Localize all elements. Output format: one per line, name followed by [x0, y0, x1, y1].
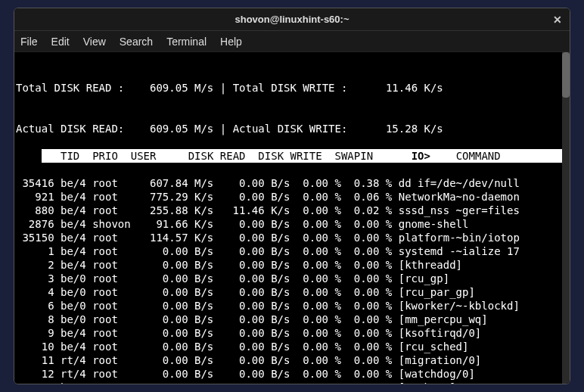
table-row: 9 be/4 root 0.00 B/s 0.00 B/s 0.00 % 0.0… [16, 326, 568, 340]
table-row: 8 be/0 root 0.00 B/s 0.00 B/s 0.00 % 0.0… [16, 313, 568, 326]
table-row: 11 rt/4 root 0.00 B/s 0.00 B/s 0.00 % 0.… [16, 353, 568, 367]
table-row: 880 be/4 root 255.88 K/s 11.46 K/s 0.00 … [16, 204, 568, 217]
table-row: 35416 be/4 root 607.84 M/s 0.00 B/s 0.00… [16, 176, 568, 190]
summary-line-1: Total DISK READ : 609.05 M/s | Total DIS… [16, 81, 568, 95]
close-icon[interactable]: ✕ [553, 14, 562, 26]
table-row: 13 be/4 root 0.00 B/s 0.00 B/s 0.00 % 0.… [16, 381, 568, 384]
table-row: 1 be/4 root 0.00 B/s 0.00 B/s 0.00 % 0.0… [16, 244, 568, 258]
sort-column-io: IO> [412, 150, 430, 162]
table-row: 35150 be/4 root 114.57 K/s 0.00 B/s 0.00… [16, 231, 568, 244]
table-row: 12 rt/4 root 0.00 B/s 0.00 B/s 0.00 % 0.… [16, 367, 568, 381]
scrollbar-thumb[interactable] [562, 52, 570, 98]
table-row: 2876 be/4 shovon 91.66 K/s 0.00 B/s 0.00… [16, 217, 568, 231]
terminal-window: shovon@linuxhint-s60:~ ✕ File Edit View … [14, 8, 570, 384]
window-title: shovon@linuxhint-s60:~ [235, 14, 349, 25]
menu-search[interactable]: Search [120, 36, 153, 48]
titlebar[interactable]: shovon@linuxhint-s60:~ ✕ [14, 8, 570, 31]
menu-terminal[interactable]: Terminal [166, 36, 207, 48]
table-row: 4 be/0 root 0.00 B/s 0.00 B/s 0.00 % 0.0… [16, 285, 568, 299]
terminal-body[interactable]: Total DISK READ : 609.05 M/s | Total DIS… [14, 52, 570, 384]
menu-file[interactable]: File [20, 36, 38, 48]
menu-help[interactable]: Help [220, 36, 242, 48]
summary-line-2: Actual DISK READ: 609.05 M/s | Actual DI… [16, 122, 568, 135]
menu-edit[interactable]: Edit [51, 36, 70, 48]
menubar: File Edit View Search Terminal Help [14, 31, 570, 52]
process-list: 35416 be/4 root 607.84 M/s 0.00 B/s 0.00… [16, 176, 568, 384]
table-row: 6 be/0 root 0.00 B/s 0.00 B/s 0.00 % 0.0… [16, 299, 568, 313]
scrollbar[interactable] [562, 52, 570, 384]
table-row: 3 be/0 root 0.00 B/s 0.00 B/s 0.00 % 0.0… [16, 272, 568, 285]
menu-view[interactable]: View [83, 36, 106, 48]
table-row: 2 be/4 root 0.00 B/s 0.00 B/s 0.00 % 0.0… [16, 258, 568, 272]
iotop-header: TID PRIO USER DISK READ DISK WRITE SWAPI… [42, 149, 570, 163]
table-row: 921 be/4 root 775.29 K/s 0.00 B/s 0.00 %… [16, 190, 568, 204]
table-row: 10 be/4 root 0.00 B/s 0.00 B/s 0.00 % 0.… [16, 340, 568, 353]
